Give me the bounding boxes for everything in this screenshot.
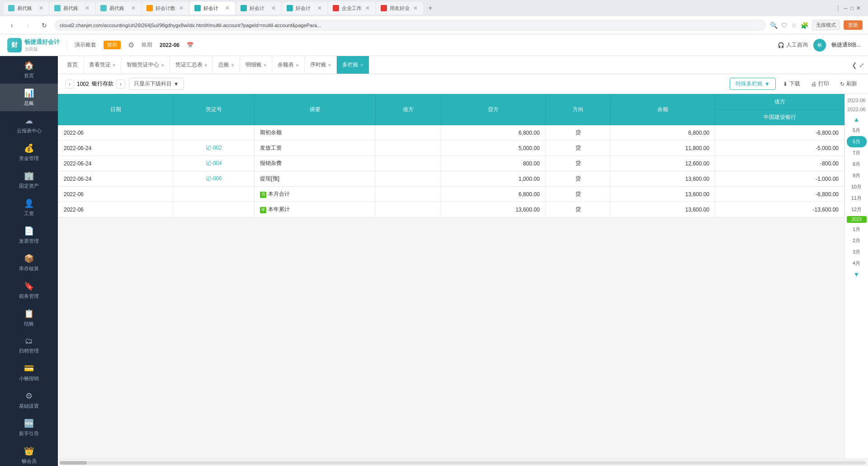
sidebar-item-salary[interactable]: 👤 工资	[0, 194, 58, 221]
new-tab-button[interactable]: +	[424, 2, 437, 14]
filter-dropdown[interactable]: 只显示下级科目 ▼	[129, 78, 184, 90]
month-feb[interactable]: 2月	[847, 235, 867, 246]
tab-close-6[interactable]: ✕	[270, 5, 277, 11]
month-oct[interactable]: 10月	[847, 181, 867, 193]
month-jul[interactable]: 7月	[847, 147, 867, 159]
tab-detail-ledger[interactable]: 明细账 ×	[240, 56, 272, 74]
print-button[interactable]: 🖨 打印	[807, 78, 833, 89]
month-dec[interactable]: 12月	[847, 204, 867, 215]
voucher-link-004[interactable]: 记-004	[206, 160, 222, 166]
sidebar-item-close[interactable]: 📋 结账	[0, 304, 58, 332]
month-apr[interactable]: 4月	[847, 258, 867, 269]
sidebar-item-report[interactable]: ☁ 云报表中心	[0, 111, 58, 139]
tab-close-8[interactable]: ✕	[364, 5, 371, 11]
tab-smart-voucher-close[interactable]: ×	[161, 62, 164, 68]
next-account-button[interactable]: ›	[116, 80, 125, 89]
voucher-link-002[interactable]: 记-002	[206, 145, 222, 151]
calendar-icon[interactable]: 📅	[187, 42, 193, 48]
search-icon[interactable]: 🔍	[770, 22, 778, 29]
tab-close-4[interactable]: ✕	[178, 5, 184, 11]
back-button[interactable]: ‹	[5, 19, 18, 32]
tab-multi-col[interactable]: 多栏账 ×	[337, 56, 369, 74]
sidebar-item-expense[interactable]: 💳 小畅报销	[0, 359, 58, 386]
settings-icon[interactable]: ⚙	[128, 41, 134, 49]
close-window-icon[interactable]: ✕	[856, 5, 861, 11]
browser-tab-6[interactable]: 好会计 ✕	[236, 2, 281, 14]
download-button[interactable]: ⬇ 下载	[779, 78, 804, 89]
tab-close-7[interactable]: ✕	[316, 5, 323, 11]
tab-general-ledger[interactable]: 总账 ×	[213, 56, 240, 74]
sidebar-item-inventory[interactable]: 📦 库存核算	[0, 249, 58, 277]
demo-badge[interactable]: 禁用	[104, 41, 121, 49]
tab-detail-ledger-close[interactable]: ×	[264, 62, 266, 68]
tab-smart-voucher[interactable]: 智能凭证中心 ×	[121, 56, 170, 74]
tab-close-3[interactable]: ✕	[130, 5, 137, 11]
sidebar-item-invoice[interactable]: 📄 发票管理	[0, 221, 58, 249]
incognito-button[interactable]: 无痕模式	[812, 20, 840, 30]
prev-account-button[interactable]: ‹	[65, 80, 74, 89]
sidebar-item-member[interactable]: 👑 畅会员	[0, 442, 58, 466]
tab-voucher-summary-close[interactable]: ×	[204, 62, 207, 68]
sidebar-item-tax[interactable]: 🔖 税务管理	[0, 277, 58, 304]
scroll-down-button[interactable]: ▼	[852, 269, 862, 280]
month-may[interactable]: 5月	[847, 125, 867, 136]
forward-button[interactable]: ›	[22, 19, 34, 32]
tab-view-voucher-close[interactable]: ×	[113, 62, 115, 68]
month-jan[interactable]: 1月	[847, 224, 867, 235]
sidebar-item-ledger[interactable]: 📊 总账	[0, 84, 58, 111]
tab-view-voucher[interactable]: 查看凭证 ×	[84, 56, 121, 74]
multi-col-button[interactable]: 特殊多栏账 ▼	[730, 78, 776, 90]
consult-button[interactable]: 🎧 人工咨询	[778, 41, 808, 49]
refresh-button[interactable]: ↻ 刷新	[836, 78, 861, 89]
row2-voucher[interactable]: 记-002	[173, 141, 255, 156]
tab-close-9[interactable]: ✕	[412, 5, 419, 11]
tab-balance-close[interactable]: ×	[296, 62, 298, 68]
tab-close-5[interactable]: ✕	[224, 5, 231, 11]
tab-home[interactable]: 首页	[61, 56, 84, 74]
update-button[interactable]: 更新	[844, 20, 863, 30]
month-nov[interactable]: 11月	[847, 193, 867, 204]
month-aug[interactable]: 8月	[847, 159, 867, 170]
row4-voucher[interactable]: 记-006	[173, 171, 255, 187]
month-jun[interactable]: 6月	[847, 136, 867, 147]
month-mar[interactable]: 3月	[847, 246, 867, 258]
tab-journal[interactable]: 序时账 ×	[305, 56, 337, 74]
scroll-thumb[interactable]	[60, 461, 87, 465]
browser-tab-3[interactable]: 易代账 ✕	[96, 2, 141, 14]
minimize-icon[interactable]: ─	[844, 5, 848, 11]
browser-tab-2[interactable]: 易代账 ✕	[50, 2, 95, 14]
expand-icon[interactable]: ⤢	[859, 61, 864, 69]
extensions-icon[interactable]: 🧩	[801, 22, 808, 29]
collapse-icon[interactable]: ❮	[852, 61, 857, 69]
sidebar-item-home[interactable]: 🏠 首页	[0, 56, 58, 84]
tab-balance[interactable]: 余额表 ×	[272, 56, 304, 74]
browser-tab-9[interactable]: 用友好业 ✕	[376, 2, 423, 14]
tab-multi-col-close[interactable]: ×	[360, 62, 363, 68]
tab-close-1[interactable]: ✕	[38, 5, 44, 11]
horizontal-scrollbar[interactable]	[58, 459, 868, 466]
maximize-icon[interactable]: □	[850, 5, 854, 11]
sidebar-item-settings[interactable]: ⚙ 基础设置	[0, 386, 58, 414]
voucher-link-006[interactable]: 记-006	[206, 175, 222, 182]
star-icon[interactable]: ☆	[791, 22, 797, 29]
url-bar[interactable]: cloud2.chanjet.com/accounting/uh26t264j5…	[54, 19, 766, 31]
browser-tab-8[interactable]: 企业工作 ✕	[328, 2, 375, 14]
tab-list-icon[interactable]: ⋮	[835, 5, 841, 11]
month-sep[interactable]: 9月	[847, 170, 867, 181]
browser-tab-4[interactable]: 好会计数 ✕	[142, 2, 189, 14]
scroll-up-button[interactable]: ▲	[852, 114, 862, 125]
tab-close-2[interactable]: ✕	[84, 5, 90, 11]
tab-voucher-summary[interactable]: 凭证汇总表 ×	[170, 56, 213, 74]
refresh-browser-button[interactable]: ↻	[38, 19, 51, 32]
sidebar-item-fund[interactable]: 💰 资金管理	[0, 139, 58, 166]
year-2023-badge[interactable]: 2023	[847, 216, 867, 223]
sidebar-item-asset[interactable]: 🏢 固定资产	[0, 166, 58, 194]
browser-tab-7[interactable]: 好会计 ✕	[282, 2, 327, 14]
tab-general-ledger-close[interactable]: ×	[231, 62, 234, 68]
sidebar-item-archive[interactable]: 🗂 归档管理	[0, 332, 58, 359]
sidebar-item-guide[interactable]: 🆕 新手引导	[0, 414, 58, 442]
row3-voucher[interactable]: 记-004	[173, 156, 255, 171]
browser-tab-1[interactable]: 易代账 ✕	[4, 2, 49, 14]
browser-tab-5[interactable]: 好会计 ✕	[190, 2, 235, 14]
tab-journal-close[interactable]: ×	[328, 62, 331, 68]
